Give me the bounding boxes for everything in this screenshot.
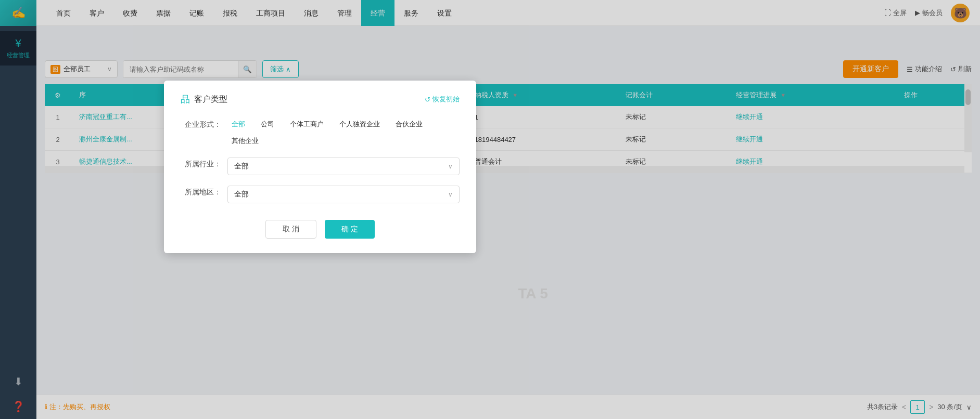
- modal-footer: 取 消 确 定: [181, 220, 460, 239]
- region-row: 所属地区： 全部 ∨: [181, 186, 460, 203]
- region-arrow-icon: ∨: [448, 191, 453, 198]
- region-value: 全部: [234, 190, 249, 199]
- chip-partnership[interactable]: 合伙企业: [391, 118, 427, 130]
- industry-select[interactable]: 全部 ∨: [227, 158, 460, 175]
- chip-sole[interactable]: 个人独资企业: [335, 118, 384, 130]
- industry-select-wrapper: 全部 ∨: [227, 158, 460, 175]
- region-label: 所属地区：: [181, 186, 227, 197]
- reset-icon: ↺: [425, 96, 430, 103]
- chip-individual[interactable]: 个体工商户: [286, 118, 328, 130]
- enterprise-form-options: 全部 公司 个体工商户 个人独资企业 合伙企业 其他企业: [227, 118, 460, 147]
- chip-company[interactable]: 公司: [257, 118, 278, 130]
- modal-title: 品 客户类型: [181, 93, 227, 106]
- industry-value: 全部: [234, 162, 249, 171]
- cancel-button[interactable]: 取 消: [265, 220, 316, 239]
- region-select-wrapper: 全部 ∨: [227, 186, 460, 203]
- customer-type-modal: 品 客户类型 ↺ 恢复初始 企业形式： 全部 公司 个体工商户 个人独资企业 合…: [164, 81, 476, 253]
- modal-title-icon: 品: [181, 93, 190, 106]
- confirm-button[interactable]: 确 定: [325, 220, 375, 239]
- modal-header: 品 客户类型 ↺ 恢复初始: [181, 93, 460, 106]
- industry-arrow-icon: ∨: [448, 163, 453, 170]
- modal-overlay: 品 客户类型 ↺ 恢复初始 企业形式： 全部 公司 个体工商户 个人独资企业 合…: [0, 0, 980, 419]
- modal-reset-button[interactable]: ↺ 恢复初始: [425, 95, 460, 104]
- reset-label: 恢复初始: [432, 95, 460, 104]
- region-select[interactable]: 全部 ∨: [227, 186, 460, 203]
- chip-other[interactable]: 其他企业: [227, 135, 263, 147]
- enterprise-chips: 全部 公司 个体工商户 个人独资企业 合伙企业 其他企业: [227, 118, 460, 147]
- modal-title-text: 客户类型: [194, 94, 227, 105]
- industry-row: 所属行业： 全部 ∨: [181, 158, 460, 175]
- enterprise-form-row: 企业形式： 全部 公司 个体工商户 个人独资企业 合伙企业 其他企业: [181, 118, 460, 147]
- enterprise-form-label: 企业形式：: [181, 118, 227, 129]
- industry-label: 所属行业：: [181, 158, 227, 169]
- chip-all[interactable]: 全部: [227, 118, 249, 130]
